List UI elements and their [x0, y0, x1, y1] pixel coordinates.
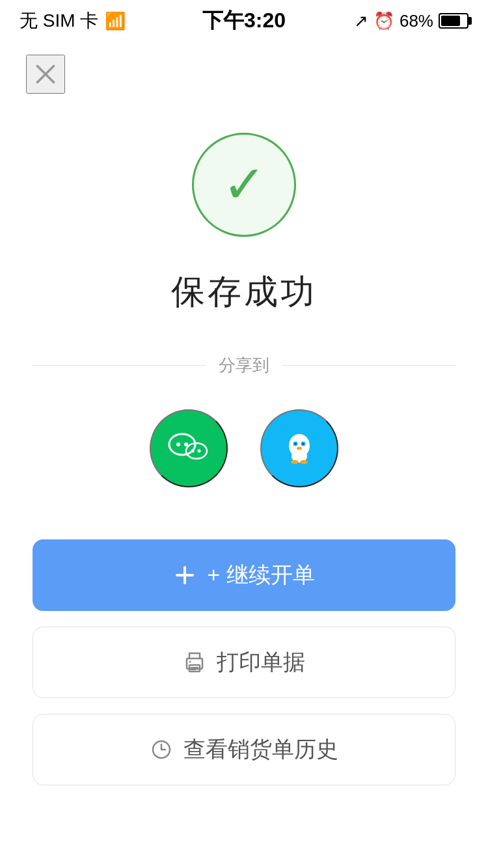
print-icon — [183, 651, 206, 674]
close-button[interactable] — [26, 55, 65, 94]
location-icon: ↗ — [354, 11, 368, 31]
status-bar: 无 SIM 卡 📶 下午3:20 ↗ ⏰ 68% — [0, 0, 488, 42]
svg-point-15 — [291, 460, 299, 464]
svg-point-23 — [189, 661, 191, 663]
divider-text: 分享到 — [219, 354, 269, 377]
history-label: 查看销货单历史 — [183, 735, 338, 765]
qq-share-button[interactable] — [260, 409, 338, 487]
svg-point-13 — [303, 443, 305, 445]
divider-line-left — [33, 365, 206, 366]
battery-icon — [439, 13, 468, 29]
svg-point-7 — [198, 450, 201, 453]
print-label: 打印单据 — [217, 647, 305, 677]
divider-line-right — [282, 365, 455, 366]
main-content: ✓ 保存成功 分享到 — [0, 42, 488, 785]
svg-point-3 — [176, 442, 180, 446]
wechat-icon — [167, 426, 211, 470]
history-button[interactable]: 查看销货单历史 — [33, 714, 455, 785]
print-button[interactable]: 打印单据 — [33, 627, 455, 698]
checkmark-icon: ✓ — [223, 159, 266, 211]
wifi-icon: 📶 — [105, 11, 126, 31]
sim-text: 无 SIM 卡 — [20, 8, 98, 33]
continue-button[interactable]: + 继续开单 — [33, 539, 455, 611]
share-area: 分享到 — [33, 354, 455, 487]
history-icon — [150, 738, 173, 761]
battery-percent: 68% — [400, 11, 433, 31]
divider-row: 分享到 — [33, 354, 455, 377]
wechat-share-button[interactable] — [150, 409, 228, 487]
svg-point-12 — [295, 443, 297, 445]
qq-icon — [277, 426, 321, 470]
success-circle: ✓ — [192, 133, 296, 237]
alarm-icon: ⏰ — [373, 11, 394, 31]
svg-point-14 — [297, 447, 302, 450]
success-area: ✓ 保存成功 — [33, 133, 455, 315]
share-icons — [150, 409, 338, 487]
action-buttons: + 继续开单 打印单据 — [33, 539, 455, 785]
status-time: 下午3:20 — [202, 7, 286, 35]
success-title: 保存成功 — [171, 269, 317, 315]
svg-point-4 — [184, 442, 188, 446]
svg-point-16 — [300, 460, 308, 464]
status-right: ↗ ⏰ 68% — [354, 11, 468, 31]
svg-point-6 — [191, 450, 195, 453]
continue-label: + 继续开单 — [207, 560, 314, 590]
close-icon — [34, 62, 57, 86]
plus-icon — [173, 563, 197, 587]
svg-point-5 — [186, 443, 207, 459]
status-left: 无 SIM 卡 📶 — [20, 8, 126, 33]
